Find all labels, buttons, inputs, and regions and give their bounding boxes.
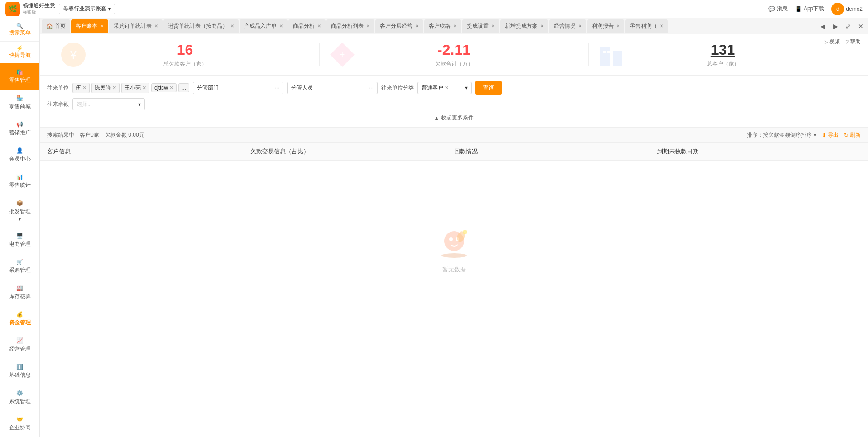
- unit-class-tag-close[interactable]: ✕: [445, 85, 449, 91]
- sidebar-item-purchase[interactable]: 🛒 采购管理: [0, 253, 39, 280]
- dept-filter-select[interactable]: 分管部门 ···: [193, 82, 283, 94]
- filter-tag-wang-text: 王小亮: [125, 84, 141, 92]
- tab-close-operations[interactable]: ✕: [578, 24, 582, 28]
- tab-close-promotion-settings[interactable]: ✕: [491, 24, 495, 28]
- tab-close-all-button[interactable]: ✕: [855, 21, 866, 32]
- collapse-button[interactable]: ▲ 收起更多条件: [47, 114, 861, 122]
- tab-close-profit-report[interactable]: ✕: [616, 24, 620, 28]
- tab-close-product-analysis[interactable]: ✕: [317, 24, 321, 28]
- tab-customer-tier-label: 客户分层经营: [380, 22, 412, 30]
- tab-retail-profit[interactable]: 零售利润（ ✕: [625, 19, 668, 33]
- sidebar-quick-nav[interactable]: ⚡ 快捷导航: [0, 42, 39, 63]
- stats-bar: ▷ 视频 ? 帮助 ¥ 16 总欠款客户（家）: [40, 34, 868, 76]
- tab-close-retail-profit[interactable]: ✕: [660, 24, 663, 28]
- tab-close-product-stock[interactable]: ✕: [279, 24, 283, 28]
- tab-product-stock[interactable]: 产成品入库单 ✕: [240, 19, 288, 33]
- search-icon: 🔍: [16, 23, 23, 29]
- user-profile[interactable]: d demo2: [831, 3, 863, 15]
- tab-close-add-promotion[interactable]: ✕: [540, 24, 544, 28]
- unit-class-filter-select[interactable]: 普通客户 ✕ ▾: [417, 82, 472, 94]
- sidebar-item-wholesale[interactable]: 📦 批发管理 ▾: [0, 195, 39, 227]
- filter-tag-cjttcw-close[interactable]: ✕: [169, 85, 173, 91]
- tab-customer-contact[interactable]: 客户联络 ✕: [424, 19, 461, 33]
- download-icon: 📱: [795, 6, 802, 12]
- empty-text: 暂无数据: [442, 266, 466, 274]
- sidebar-item-member[interactable]: 👤 会员中心: [0, 142, 39, 168]
- sidebar-item-basic-info[interactable]: ℹ️ 基础信息: [0, 358, 39, 385]
- svg-point-13: [463, 230, 467, 234]
- empty-icon: [436, 224, 472, 260]
- message-button[interactable]: 💬 消息: [768, 5, 788, 13]
- sidebar-item-finance[interactable]: 💰 资金管理: [0, 306, 39, 332]
- tab-customer-account[interactable]: 客户账本 ✕: [71, 19, 108, 33]
- filter-tag-chen-close[interactable]: ✕: [112, 85, 116, 91]
- total-customers-value: 16: [177, 42, 193, 58]
- tab-operations[interactable]: 经营情况 ✕: [549, 19, 586, 33]
- tab-close-customer-contact[interactable]: ✕: [453, 24, 457, 28]
- sidebar-quick-nav-label: 快捷导航: [0, 52, 39, 59]
- sidebar-item-retail-stats[interactable]: 📊 零售统计: [0, 168, 39, 195]
- query-button[interactable]: 查询: [475, 81, 502, 95]
- table-body: 暂无数据: [40, 161, 868, 301]
- table-area: 客户信息 欠款交易信息（占比） 回款情况 到期未收款日期: [40, 143, 868, 437]
- tab-expand-button[interactable]: ⤢: [843, 21, 854, 32]
- tab-next-button[interactable]: ▶: [830, 21, 841, 32]
- sidebar-item-system[interactable]: ⚙️ 系统管理: [0, 385, 39, 411]
- table-col-payment: 回款情况: [454, 147, 657, 156]
- wholesale-icon: 📦: [16, 200, 23, 206]
- sidebar-item-operations-mgmt[interactable]: 📈 经营管理: [0, 332, 39, 358]
- tab-add-promotion[interactable]: 新增提成方案 ✕: [500, 19, 548, 33]
- home-icon: 🏠: [46, 23, 53, 29]
- tab-home[interactable]: 🏠 首页: [42, 19, 70, 33]
- results-sort[interactable]: 排序：按欠款金额倒序排序 ▾: [747, 131, 816, 139]
- filter-row-2: 往来余额 选择... ▾: [47, 98, 861, 110]
- sidebar-search-label: 搜索菜单: [4, 29, 36, 37]
- debt-bg-icon: +: [329, 41, 356, 68]
- retail-icon: 🛍️: [16, 69, 23, 75]
- filter-tag-wu-close[interactable]: ✕: [82, 85, 86, 91]
- tab-close-stock-stats[interactable]: ✕: [230, 24, 234, 28]
- tab-product-analysis-list[interactable]: 商品分析列表 ✕: [326, 19, 374, 33]
- svg-text:¥: ¥: [70, 49, 77, 61]
- tab-customer-tier[interactable]: 客户分层经营 ✕: [375, 19, 423, 33]
- refresh-button[interactable]: ↻ 刷新: [844, 131, 861, 139]
- export-button[interactable]: ⬇ 导出: [822, 131, 839, 139]
- arrow-icon: ▾: [19, 217, 21, 222]
- tab-profit-report[interactable]: 利润报告 ✕: [587, 19, 624, 33]
- filter-tag-more[interactable]: ...: [178, 83, 189, 92]
- sidebar-item-retail[interactable]: 🛍️ 零售管理: [0, 63, 39, 90]
- tab-product-analysis[interactable]: 商品分析 ✕: [288, 19, 326, 33]
- debt-amount-label: 欠款合计（万）: [435, 60, 473, 68]
- filter-area: 往来单位 伍 ✕ 陈民强 ✕ 王小亮 ✕: [40, 76, 868, 128]
- tab-close-purchase-order[interactable]: ✕: [154, 24, 158, 28]
- sidebar-item-inventory[interactable]: 🏭 库存核算: [0, 280, 39, 306]
- tab-close-product-analysis-list[interactable]: ✕: [366, 24, 370, 28]
- sort-chevron-icon: ▾: [814, 132, 816, 138]
- tab-close-customer-account[interactable]: ✕: [100, 24, 104, 28]
- sidebar-item-retail-mall[interactable]: 🏪 零售商城: [0, 90, 39, 116]
- tab-stock-stats-label: 进货单统计表（按商品）: [168, 22, 228, 30]
- person-filter-select[interactable]: 分管人员 ···: [287, 82, 378, 94]
- filter-tag-wang-close[interactable]: ✕: [142, 85, 146, 91]
- total-clients-label: 总客户（家）: [707, 60, 739, 68]
- table-col-customer: 客户信息: [47, 147, 250, 156]
- sidebar-item-marketing[interactable]: 📢 营销推广: [0, 116, 39, 142]
- user-name: demo2: [846, 6, 863, 12]
- sidebar-item-retail-mall-label: 零售商城: [9, 103, 31, 110]
- app-download-button[interactable]: 📱 App下载: [795, 5, 824, 13]
- balance-filter-select[interactable]: 选择... ▾: [72, 98, 145, 110]
- sidebar-search[interactable]: 🔍 搜索菜单: [0, 18, 39, 42]
- sidebar-item-enterprise[interactable]: 🤝 企业协同: [0, 411, 39, 437]
- tab-purchase-order[interactable]: 采购订单统计表 ✕: [109, 19, 163, 33]
- tab-prev-button[interactable]: ◀: [817, 21, 828, 32]
- top-bar-right: 💬 消息 📱 App下载 d demo2: [768, 3, 863, 15]
- logo-sub: 标账版: [23, 9, 55, 15]
- tab-promotion-settings[interactable]: 提成设置 ✕: [462, 19, 499, 33]
- tab-close-customer-tier[interactable]: ✕: [415, 24, 419, 28]
- sidebar-item-ecommerce[interactable]: 🖥️ 电商管理: [0, 227, 39, 253]
- tab-stock-stats[interactable]: 进货单统计表（按商品） ✕: [163, 19, 239, 33]
- company-select[interactable]: 母婴行业演示账套 ▾: [59, 4, 115, 14]
- filter-tag-wu-text: 伍: [76, 84, 81, 92]
- content-area: 🏠 首页 客户账本 ✕ 采购订单统计表 ✕ 进货单统计表（按商品） ✕ 产成品入…: [40, 18, 868, 437]
- chevron-down-icon: ▾: [108, 6, 111, 12]
